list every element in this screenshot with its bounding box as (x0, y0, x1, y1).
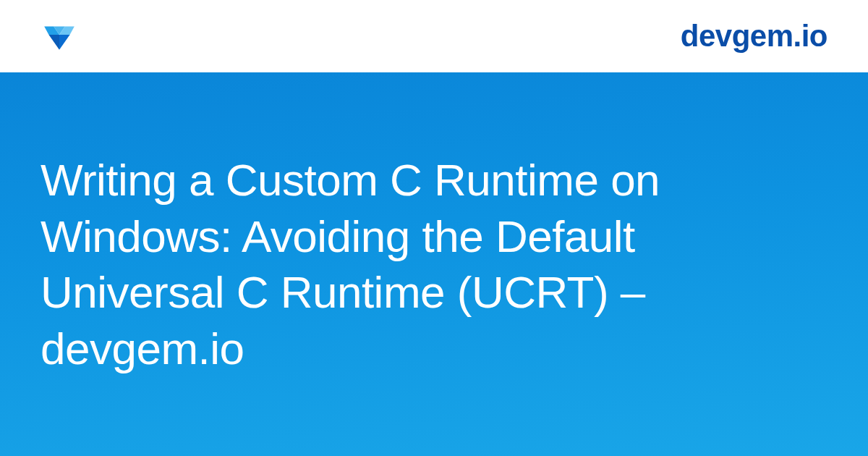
site-logo (41, 19, 78, 54)
header-bar: devgem.io (0, 0, 868, 72)
hero-section: Writing a Custom C Runtime on Windows: A… (0, 72, 868, 456)
svg-marker-4 (59, 35, 70, 50)
site-name: devgem.io (681, 19, 827, 54)
gem-icon (41, 19, 78, 54)
page-title: Writing a Custom C Runtime on Windows: A… (41, 152, 764, 376)
